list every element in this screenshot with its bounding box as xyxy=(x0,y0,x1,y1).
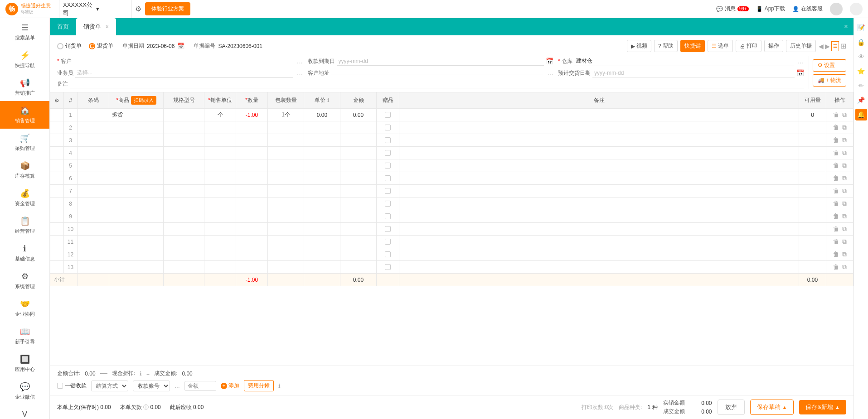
next-record-icon[interactable]: ▶ xyxy=(825,43,830,50)
cell-barcode[interactable] xyxy=(78,197,109,210)
cell-qty[interactable] xyxy=(236,172,268,185)
cell-spec[interactable] xyxy=(164,109,204,121)
rp-edit-icon[interactable]: ✏ xyxy=(855,80,867,92)
cell-unit[interactable] xyxy=(204,197,236,210)
cell-remark[interactable] xyxy=(399,172,799,185)
cell-amount[interactable] xyxy=(340,185,377,197)
cell-pkgqty[interactable] xyxy=(268,261,304,274)
cell-qty[interactable] xyxy=(236,159,268,172)
cell-unit[interactable] xyxy=(204,223,236,236)
video-btn[interactable]: ▶ 视频 xyxy=(627,40,651,52)
th-setting[interactable]: ⚙ xyxy=(50,92,64,109)
rp-notes-icon[interactable]: 📝 xyxy=(855,22,867,34)
trial-button[interactable]: 体验行业方案 xyxy=(145,2,190,15)
cell-pkgqty[interactable] xyxy=(268,236,304,248)
cell-gift[interactable] xyxy=(377,185,399,197)
prev-record-icon[interactable]: ◀ xyxy=(819,43,824,50)
delivery-input[interactable]: yyyy-mm-dd xyxy=(592,69,795,77)
cell-qty[interactable] xyxy=(236,236,268,248)
rp-star-icon[interactable]: ⭐ xyxy=(855,65,867,77)
help-btn[interactable]: ? 帮助 xyxy=(654,40,678,52)
cell-spec[interactable] xyxy=(164,236,204,248)
sidebar-item-finance[interactable]: 💰 资金管理 xyxy=(0,184,49,212)
tab-home[interactable]: 首页 xyxy=(50,18,76,35)
cell-product[interactable] xyxy=(109,197,164,210)
delete-icon[interactable]: 🗑 xyxy=(833,187,839,194)
sidebar-item-wechat[interactable]: 💬 企业微信 xyxy=(0,377,49,405)
delete-icon[interactable]: 🗑 xyxy=(833,263,839,270)
cell-remark[interactable] xyxy=(399,248,799,261)
scan-btn[interactable]: 扫码录入 xyxy=(131,96,156,105)
cell-pkgqty[interactable] xyxy=(268,248,304,261)
expense-split-button[interactable]: 费用分摊 xyxy=(244,380,274,391)
cell-amount[interactable] xyxy=(340,134,377,147)
copy-icon[interactable]: ⧉ xyxy=(842,124,847,131)
cell-pkgqty[interactable]: 1个 xyxy=(268,109,304,121)
cell-qty[interactable] xyxy=(236,248,268,261)
cell-product[interactable] xyxy=(109,236,164,248)
cell-remark[interactable] xyxy=(399,261,799,274)
address-input[interactable] xyxy=(331,72,544,74)
cell-price[interactable] xyxy=(304,248,340,261)
cell-amount[interactable] xyxy=(340,159,377,172)
cell-barcode[interactable] xyxy=(78,134,109,147)
cell-price[interactable] xyxy=(304,159,340,172)
cell-spec[interactable] xyxy=(164,159,204,172)
cell-qty[interactable] xyxy=(236,210,268,223)
app-download-button[interactable]: 📱 App下载 xyxy=(756,5,785,13)
cell-barcode[interactable] xyxy=(78,159,109,172)
cell-product[interactable]: 拆货 xyxy=(109,109,164,121)
cell-spec[interactable] xyxy=(164,223,204,236)
add-payment-button[interactable]: + 添加 xyxy=(221,382,239,390)
warehouse-dots-icon[interactable]: … xyxy=(798,58,804,65)
rp-pin-icon[interactable]: 📌 xyxy=(855,94,867,106)
salesperson-input[interactable]: 选择... xyxy=(75,68,293,78)
sidebar-item-member[interactable]: V 畅会员 xyxy=(0,405,49,419)
copy-icon[interactable]: ⧉ xyxy=(842,162,847,169)
cell-remark[interactable] xyxy=(399,197,799,210)
sidebar-item-enterprise[interactable]: 🤝 企业协同 xyxy=(0,294,49,322)
copy-icon[interactable]: ⧉ xyxy=(842,250,847,258)
cell-pkgqty[interactable] xyxy=(268,159,304,172)
sidebar-item-basic-info[interactable]: ℹ 基础信息 xyxy=(0,239,49,267)
cell-pkgqty[interactable] xyxy=(268,185,304,197)
cell-unit[interactable] xyxy=(204,159,236,172)
cell-spec[interactable] xyxy=(164,197,204,210)
cell-unit[interactable] xyxy=(204,172,236,185)
discard-button[interactable]: 放弃 xyxy=(718,400,745,415)
logistics-button[interactable]: 🚚 + 物流 xyxy=(813,74,846,87)
cell-unit[interactable] xyxy=(204,121,236,134)
cell-gift[interactable] xyxy=(377,223,399,236)
cell-amount[interactable] xyxy=(340,121,377,134)
account-select[interactable]: 收款账号 xyxy=(133,380,170,391)
cell-gift[interactable] xyxy=(377,261,399,274)
messages-button[interactable]: 💬 消息 99+ xyxy=(716,5,749,13)
cell-unit[interactable] xyxy=(204,147,236,159)
cell-barcode[interactable] xyxy=(78,185,109,197)
copy-icon[interactable]: ⧉ xyxy=(842,187,847,194)
cell-amount[interactable]: 0.00 xyxy=(340,109,377,121)
cell-product[interactable] xyxy=(109,248,164,261)
cell-gift[interactable] xyxy=(377,172,399,185)
cell-qty[interactable] xyxy=(236,134,268,147)
copy-icon[interactable]: ⧉ xyxy=(842,136,847,144)
cell-qty[interactable] xyxy=(236,147,268,159)
online-service-button[interactable]: 👤 在线客服 xyxy=(792,5,823,13)
cell-gift[interactable] xyxy=(377,159,399,172)
cell-barcode[interactable] xyxy=(78,210,109,223)
cell-barcode[interactable] xyxy=(78,109,109,121)
cell-qty[interactable] xyxy=(236,185,268,197)
delete-icon[interactable]: 🗑 xyxy=(833,238,839,245)
cell-product[interactable] xyxy=(109,159,164,172)
cell-amount[interactable] xyxy=(340,172,377,185)
calendar-icon[interactable]: 📅 xyxy=(177,43,184,49)
salesperson-dots-icon[interactable]: … xyxy=(297,69,303,77)
copy-icon[interactable]: ⧉ xyxy=(842,238,847,245)
delete-icon[interactable]: 🗑 xyxy=(833,149,839,156)
cell-unit[interactable] xyxy=(204,261,236,274)
copy-icon[interactable]: ⧉ xyxy=(842,200,847,207)
sidebar-item-inventory[interactable]: 📦 库存核算 xyxy=(0,156,49,184)
cell-barcode[interactable] xyxy=(78,248,109,261)
info-icon[interactable]: ℹ xyxy=(140,371,142,377)
cell-spec[interactable] xyxy=(164,134,204,147)
